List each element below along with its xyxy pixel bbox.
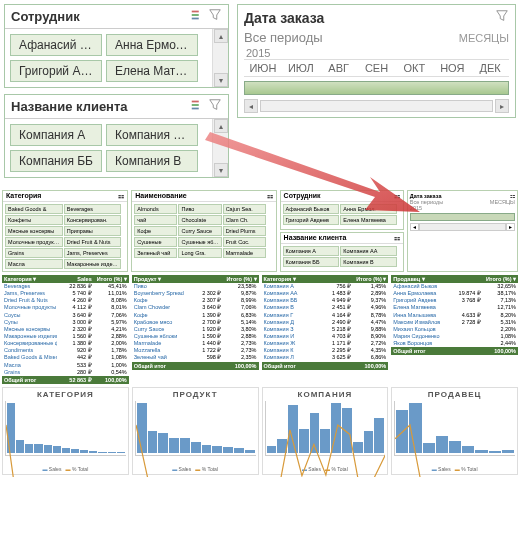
timeline-unit[interactable]: МЕСЯЦЫ <box>459 32 509 44</box>
mini-slicer-item[interactable]: Пиво <box>178 204 221 214</box>
mini-slicer-item[interactable]: чай <box>134 215 177 225</box>
pivot-row[interactable]: Максим Измайлов2 728 ₽5,31% <box>391 319 518 326</box>
pivot-row[interactable]: Компания ББ4 949 ₽9,37% <box>262 297 389 304</box>
scroll-up-icon[interactable]: ▴ <box>214 29 228 43</box>
filter-icon[interactable]: ⚏ <box>394 192 400 200</box>
mini-slicer-item[interactable]: Clam Ch. <box>223 215 266 225</box>
mini-slicer-item[interactable]: Молочные продукты <box>5 237 63 247</box>
pivot-row[interactable]: Clam Chowder3 640 ₽7,06% <box>132 304 259 311</box>
mini-slicer-item[interactable]: Chocolate <box>178 215 221 225</box>
pivot-row[interactable]: Beverages22 836 ₽45,41% <box>2 283 129 290</box>
mini-slicer-item[interactable]: Сушеные <box>134 237 177 247</box>
pivot-row[interactable]: Компания Д2 490 ₽4,47% <box>262 319 389 326</box>
mini-slicer-item[interactable]: Компания В <box>340 257 397 267</box>
mini-slicer-item[interactable]: Almonds <box>134 204 177 214</box>
timeline-range-bar[interactable] <box>244 81 509 95</box>
pivot-row[interactable]: Яков Воронцов2,44% <box>391 340 518 347</box>
mini-slicer-item[interactable]: Григорий Авдеев <box>283 215 340 225</box>
mini-slicer-item[interactable]: Grains <box>5 248 63 258</box>
pivot-row[interactable]: Condiments920 ₽1,78% <box>2 347 129 354</box>
pivot-row[interactable]: Boysenberry Spread2 302 ₽9,87% <box>132 290 259 297</box>
mini-slicer-item[interactable]: Cajun Sea. <box>223 204 266 214</box>
pivot-row[interactable]: Зеленый чай598 ₽2,35% <box>132 354 259 361</box>
month-cell[interactable]: ОКТ <box>395 62 433 74</box>
mini-slicer-item[interactable]: Консервирован. <box>64 215 122 225</box>
mini-slicer-item[interactable]: Baked Goods & <box>5 204 63 214</box>
mini-slicer-item[interactable]: Зеленый чай <box>134 248 177 258</box>
pivot-row[interactable]: Пиво23,58% <box>132 283 259 290</box>
mini-scrollbar[interactable] <box>419 223 506 231</box>
slicer-item[interactable]: Компания В <box>106 150 198 172</box>
mini-slicer-item[interactable]: Масла <box>5 259 63 269</box>
filter-icon[interactable]: ⚏ <box>118 192 124 200</box>
pivot-row[interactable]: Михаил Кольцов2,20% <box>391 326 518 333</box>
slicer-item[interactable]: Компания А <box>10 124 102 146</box>
pivot-row[interactable]: Компания Ж1 171 ₽2,72% <box>262 340 389 347</box>
pivot-row[interactable]: Кофе2 307 ₽8,99% <box>132 297 259 304</box>
month-cell[interactable]: НОЯ <box>433 62 471 74</box>
scrollbar[interactable]: ▴ ▾ <box>212 119 228 177</box>
slicer-item[interactable]: Компания АА <box>106 124 198 146</box>
pivot-row[interactable]: Консервированные фр1 380 ₽2,00% <box>2 340 129 347</box>
mini-slicer-item[interactable]: Анна Ермол. <box>340 204 397 214</box>
mini-slicer-item[interactable]: Curry Sauce <box>178 226 221 236</box>
pivot-row[interactable]: Компания И4 703 ₽8,90% <box>262 333 389 340</box>
scroll-left-icon[interactable]: ◂ <box>244 99 258 113</box>
pivot-row[interactable]: Dried Fruit & Nuts4 260 ₽8,08% <box>2 297 129 304</box>
month-cell[interactable]: АВГ <box>320 62 358 74</box>
scroll-left-icon[interactable]: ◂ <box>410 223 419 231</box>
slicer-item[interactable]: Григорий Авдеев <box>10 60 102 82</box>
clear-filter-icon[interactable] <box>208 8 222 25</box>
clear-filter-icon[interactable] <box>208 98 222 115</box>
pivot-row[interactable]: Анна Ермолаева19.874 ₽38,17% <box>391 290 518 297</box>
pivot-row[interactable]: Jams, Preserves5 740 ₽11,01% <box>2 290 129 297</box>
pivot-row[interactable]: Mozzarella1 722 ₽2,73% <box>132 347 259 354</box>
pivot-row[interactable]: Marmalade1 440 ₽2,73% <box>132 340 259 347</box>
mini-timeline-unit[interactable]: МЕСЯЦЫ <box>490 199 515 205</box>
mini-timeline-bar[interactable] <box>410 213 515 221</box>
filter-icon[interactable]: ⚏ <box>394 234 400 242</box>
mini-slicer-item[interactable]: Fruit Coc. <box>223 237 266 247</box>
pivot-row[interactable]: Компания АА1 483 ₽2,89% <box>262 290 389 297</box>
mini-slicer-item[interactable]: Елена Матвеева <box>340 215 397 225</box>
pivot-row[interactable]: Крабовое мясо2 700 ₽5,14% <box>132 319 259 326</box>
pivot-row[interactable]: Масла533 ₽1,00% <box>2 362 129 369</box>
pivot-row[interactable]: Компания В2 451 ₽4,96% <box>262 304 389 311</box>
pivot-row[interactable]: Инна Малышева4.633 ₽8,20% <box>391 312 518 319</box>
month-cell[interactable]: СЕН <box>358 62 396 74</box>
mini-slicer-item[interactable]: Приправы <box>64 226 122 236</box>
pivot-row[interactable]: Кофе1 390 ₽6,83% <box>132 312 259 319</box>
slicer-item[interactable]: Анна Ермол... <box>106 34 198 56</box>
clear-filter-icon[interactable] <box>495 9 509 26</box>
mini-slicer-item[interactable]: Афанасий Быков <box>283 204 340 214</box>
pivot-row[interactable]: Компания А756 ₽1,45% <box>262 283 389 290</box>
pivot-row[interactable]: Молочные продукты4 112 ₽8,01% <box>2 304 129 311</box>
mini-slicer-item[interactable]: Jams, Preserves <box>64 248 122 258</box>
scroll-up-icon[interactable]: ▴ <box>214 119 228 133</box>
pivot-header[interactable]: Категория ▾Итого (%) ▾ <box>262 275 389 283</box>
mini-slicer-item[interactable]: Marmalade <box>223 248 266 258</box>
scroll-down-icon[interactable]: ▾ <box>214 73 228 87</box>
mini-slicer-item[interactable]: Long Gra. <box>178 248 221 258</box>
pivot-header[interactable]: Продукт ▾Итого (%) ▾ <box>132 275 259 283</box>
slicer-item[interactable]: Елена Матвеева <box>106 60 198 82</box>
pivot-row[interactable]: Мария Сидоненко1,08% <box>391 333 518 340</box>
mini-slicer-item[interactable]: Макаронные изделия <box>64 259 122 269</box>
pivot-row[interactable]: Baked Goods & Mixes442 ₽1,08% <box>2 354 129 361</box>
pivot-row[interactable]: Curry Sauce1 920 ₽3,80% <box>132 326 259 333</box>
pivot-row[interactable]: Grains280 ₽0,54% <box>2 369 129 376</box>
scroll-right-icon[interactable]: ▸ <box>506 223 515 231</box>
pivot-header[interactable]: Категория ▾SalesИтого (%) ▾ <box>2 275 129 283</box>
month-cell[interactable]: ИЮЛ <box>282 62 320 74</box>
pivot-row[interactable]: Григорий Авдеев3 768 ₽7,13% <box>391 297 518 304</box>
scroll-down-icon[interactable]: ▾ <box>214 163 228 177</box>
pivot-row[interactable]: Компания К2 295 ₽4,35% <box>262 347 389 354</box>
mini-slicer-item[interactable]: Dried Plums <box>223 226 266 236</box>
pivot-row[interactable]: Мясные консервы2 320 ₽4,21% <box>2 326 129 333</box>
mini-slicer-item[interactable]: Beverages <box>64 204 122 214</box>
slicer-item[interactable]: Компания ББ <box>10 150 102 172</box>
multiselect-icon[interactable] <box>190 98 204 115</box>
pivot-row[interactable]: Елена Матвеева12,71% <box>391 304 518 311</box>
filter-icon[interactable]: ⚏ <box>267 192 273 200</box>
pivot-row[interactable]: Компания Г4 164 ₽8,78% <box>262 312 389 319</box>
